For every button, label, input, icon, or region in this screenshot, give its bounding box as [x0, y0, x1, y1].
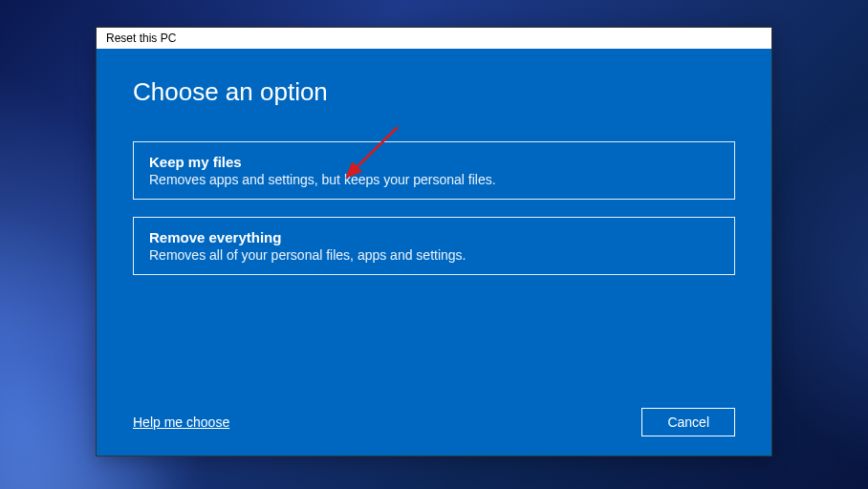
cancel-button[interactable]: Cancel [641, 408, 735, 436]
window-title: Reset this PC [106, 32, 176, 45]
dialog-footer: Help me choose Cancel [97, 408, 771, 456]
reset-pc-dialog: Reset this PC Choose an option Keep my f… [96, 27, 772, 457]
option-title: Keep my files [149, 154, 719, 170]
option-description: Removes apps and settings, but keeps you… [149, 172, 719, 187]
option-title: Remove everything [149, 229, 719, 245]
option-description: Removes all of your personal files, apps… [149, 247, 719, 263]
remove-everything-option[interactable]: Remove everything Removes all of your pe… [133, 217, 735, 275]
window-titlebar: Reset this PC [97, 28, 771, 49]
help-me-choose-link[interactable]: Help me choose [133, 415, 229, 430]
page-heading: Choose an option [133, 77, 735, 107]
keep-my-files-option[interactable]: Keep my files Removes apps and settings,… [133, 141, 735, 200]
dialog-content: Choose an option Keep my files Removes a… [97, 49, 771, 408]
